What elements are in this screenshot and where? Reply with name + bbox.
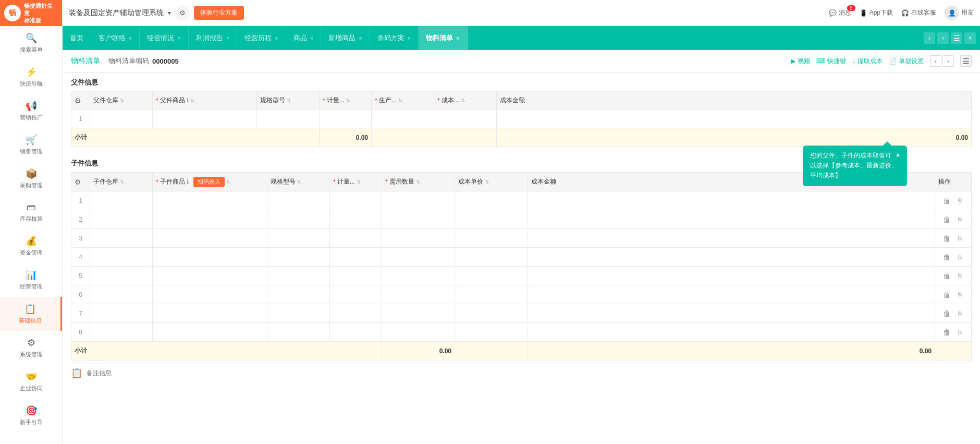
tab-history[interactable]: 经营历程 ×: [237, 26, 286, 50]
header-dropdown[interactable]: ▾: [168, 9, 171, 17]
delete-row-button-4[interactable]: 🗑: [941, 251, 952, 263]
child-required-qty-cell-4[interactable]: [382, 248, 455, 267]
child-unit-cell-6[interactable]: [330, 285, 382, 304]
child-warehouse-cell-7[interactable]: [90, 304, 153, 323]
child-product-cell-6[interactable]: [153, 285, 267, 304]
copy-row-button-7[interactable]: ⎘: [954, 308, 966, 319]
child-required-qty-cell-5[interactable]: [382, 267, 455, 285]
child-unit-cost-cell-2[interactable]: [455, 210, 528, 229]
child-unit-cost-cell-7[interactable]: [455, 304, 528, 323]
copy-row-button-8[interactable]: ⎘: [954, 327, 966, 338]
sidebar-item-marketing[interactable]: 📢 营销推广: [0, 94, 62, 128]
child-unit-cost-cell-5[interactable]: [455, 267, 528, 285]
child-unit-cost-cell-8[interactable]: [455, 323, 528, 342]
sidebar-item-guide[interactable]: 🎯 新手引导: [0, 399, 62, 433]
child-spec-cell-5[interactable]: [267, 267, 330, 285]
child-unit-cell-3[interactable]: [330, 229, 382, 248]
child-warehouse-cell-8[interactable]: [90, 323, 153, 342]
child-unit-cell-5[interactable]: [330, 267, 382, 285]
delete-row-button-3[interactable]: 🗑: [941, 233, 952, 244]
child-required-qty-cell-6[interactable]: [382, 285, 455, 304]
delete-row-button-5[interactable]: 🗑: [941, 270, 952, 282]
copy-row-button-1[interactable]: ⎘: [954, 195, 966, 207]
child-product-cell-3[interactable]: [153, 229, 267, 248]
child-spec-cell-3[interactable]: [267, 229, 330, 248]
app-download-button[interactable]: 📱 App下载: [860, 8, 893, 17]
sidebar-item-finance[interactable]: 💰 资金管理: [0, 229, 62, 263]
child-product-cell-5[interactable]: [153, 267, 267, 285]
tab-home[interactable]: 首页: [63, 26, 91, 50]
child-required-qty-cell-3[interactable]: [382, 229, 455, 248]
column-settings-icon[interactable]: ⚙: [75, 97, 81, 105]
tab-next-button[interactable]: ›: [937, 32, 949, 44]
child-spec-cell-8[interactable]: [267, 323, 330, 342]
tab-prev-button[interactable]: ‹: [924, 32, 935, 44]
video-action[interactable]: ▶ 视频: [791, 57, 810, 66]
experience-button[interactable]: 体验行业方案: [194, 6, 244, 20]
child-product-cell-2[interactable]: [153, 210, 267, 229]
child-spec-cell-1[interactable]: [267, 191, 330, 210]
child-product-cell-7[interactable]: [153, 304, 267, 323]
close-new-products-tab[interactable]: ×: [359, 35, 362, 41]
next-record-button[interactable]: ›: [942, 55, 954, 67]
child-unit-cost-cell-6[interactable]: [455, 285, 528, 304]
copy-row-button-6[interactable]: ⎘: [954, 289, 966, 301]
sidebar-item-operations[interactable]: 📊 经营管理: [0, 263, 62, 297]
view-layout-button[interactable]: ☰: [960, 55, 972, 67]
child-unit-cost-cell-3[interactable]: [455, 229, 528, 248]
child-product-cell-1[interactable]: [153, 191, 267, 210]
online-service-button[interactable]: 🎧 在线客服: [901, 8, 936, 17]
close-barcode-tab[interactable]: ×: [408, 35, 411, 41]
child-unit-cell-8[interactable]: [330, 323, 382, 342]
tab-barcode[interactable]: 条码方案 ×: [370, 26, 419, 50]
close-customers-tab[interactable]: ×: [129, 35, 132, 41]
sidebar-item-search[interactable]: 🔍 搜索菜单: [0, 26, 62, 60]
child-product-cell-4[interactable]: [153, 248, 267, 267]
shortcut-action[interactable]: ⌨ 快捷键: [816, 57, 846, 66]
child-required-qty-cell-2[interactable]: [382, 210, 455, 229]
delete-row-button-1[interactable]: 🗑: [941, 195, 952, 207]
tab-new-products[interactable]: 新增商品 ×: [321, 26, 370, 50]
single-settings-action[interactable]: 📄 单据设置: [889, 57, 924, 66]
child-warehouse-cell-4[interactable]: [90, 248, 153, 267]
child-warehouse-cell-3[interactable]: [90, 229, 153, 248]
child-unit-cell-7[interactable]: [330, 304, 382, 323]
parent-production-cell[interactable]: [372, 110, 434, 128]
sidebar-item-enterprise[interactable]: 🤝 企业协同: [0, 365, 62, 399]
child-warehouse-cell-1[interactable]: [90, 191, 153, 210]
sidebar-item-system[interactable]: ⚙ 系统管理: [0, 331, 62, 365]
child-unit-cost-cell-4[interactable]: [455, 248, 528, 267]
copy-row-button-4[interactable]: ⎘: [954, 251, 966, 263]
child-required-qty-cell-1[interactable]: [382, 191, 455, 210]
child-required-qty-cell-8[interactable]: [382, 323, 455, 342]
parent-warehouse-cell[interactable]: [90, 110, 153, 128]
tab-operations[interactable]: 经营情况 ×: [140, 26, 188, 50]
tab-profit[interactable]: 利润报告 ×: [189, 26, 237, 50]
scan-button[interactable]: 扫码录入: [193, 177, 225, 187]
copy-row-button-3[interactable]: ⎘: [954, 233, 966, 244]
prev-record-button[interactable]: ‹: [930, 55, 941, 67]
child-warehouse-cell-6[interactable]: [90, 285, 153, 304]
child-spec-cell-7[interactable]: [267, 304, 330, 323]
tooltip-close-button[interactable]: ×: [896, 151, 900, 161]
delete-row-button-8[interactable]: 🗑: [941, 327, 952, 338]
child-spec-cell-6[interactable]: [267, 285, 330, 304]
child-unit-cell-1[interactable]: [330, 191, 382, 210]
parent-cost-cell[interactable]: [434, 110, 497, 128]
close-history-tab[interactable]: ×: [275, 35, 278, 41]
sidebar-item-quicknav[interactable]: ⚡ 快捷导航: [0, 60, 62, 94]
tab-layout-button[interactable]: ☰: [951, 32, 962, 44]
copy-row-button-5[interactable]: ⎘: [954, 270, 966, 282]
sidebar-item-sales[interactable]: 🛒 销售管理: [0, 128, 62, 162]
close-profit-tab[interactable]: ×: [226, 35, 229, 41]
parent-product-cell[interactable]: [153, 110, 257, 128]
child-unit-cell-2[interactable]: [330, 210, 382, 229]
tab-bom[interactable]: 物料清单 ×: [419, 26, 467, 50]
child-warehouse-cell-2[interactable]: [90, 210, 153, 229]
message-button[interactable]: 💬 消息 6: [829, 8, 851, 17]
child-unit-cost-cell-1[interactable]: [455, 191, 528, 210]
delete-row-button-2[interactable]: 🗑: [941, 214, 952, 225]
settings-button[interactable]: ⚙: [175, 6, 190, 20]
tab-products[interactable]: 商品 ×: [286, 26, 321, 50]
parent-unit-cell[interactable]: [320, 110, 372, 128]
